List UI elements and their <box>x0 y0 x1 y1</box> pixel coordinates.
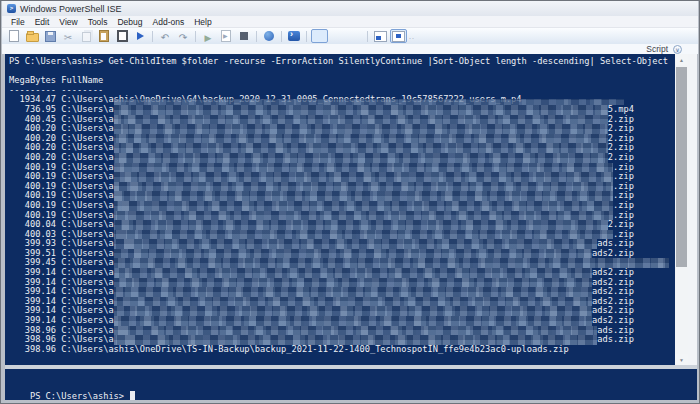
title-bar: > Windows PowerShell ISE <box>2 1 698 16</box>
row-fullname-suffix: ads.zip <box>597 325 634 335</box>
row-fullname-prefix: C:\Users\a <box>61 162 113 172</box>
row-megabytes: 399.14 <box>9 296 61 306</box>
row-fullname-prefix: C:\Users\a <box>61 219 113 229</box>
vertical-scrollbar[interactable]: ▲ ▼ <box>675 54 688 365</box>
row-megabytes: 400.19 <box>9 171 61 181</box>
console-blank-line <box>9 67 675 77</box>
redaction-mosaic <box>114 297 592 307</box>
redaction-mosaic <box>114 316 592 326</box>
ps-button[interactable] <box>286 29 303 43</box>
row-fullname-suffix: 2.zip <box>608 133 634 143</box>
row-fullname-suffix: .zip <box>613 181 634 191</box>
row-megabytes: 399.14 <box>9 277 61 287</box>
chevron-down-icon[interactable]: ∨ <box>673 45 682 54</box>
row-fullname-prefix: C:\Users\a <box>61 325 113 335</box>
scrollbar-thumb[interactable] <box>676 67 687 267</box>
cut-icon <box>64 27 72 45</box>
paste-button[interactable] <box>96 29 113 43</box>
open-folder-button[interactable] <box>24 29 41 43</box>
save-icon <box>45 31 56 42</box>
row-fullname-prefix: C:\Users\a <box>61 305 113 315</box>
redaction-mosaic <box>114 278 592 288</box>
row-megabytes: 400.19 <box>9 190 61 200</box>
clear-console-button[interactable] <box>114 29 131 43</box>
menu-debug[interactable]: Debug <box>112 17 147 27</box>
redo-icon <box>179 27 187 45</box>
run-selection-button[interactable] <box>218 29 235 43</box>
redo-button[interactable] <box>175 29 192 43</box>
undo-button[interactable] <box>157 29 174 43</box>
new-file-button[interactable] <box>6 29 23 43</box>
row-megabytes: 400.20 <box>9 142 61 152</box>
menu-view[interactable]: View <box>54 17 82 27</box>
row-fullname-prefix: C:\Users\a <box>61 296 113 306</box>
scroll-up-icon[interactable]: ▲ <box>675 54 688 65</box>
row-megabytes: 400.45 <box>9 114 61 124</box>
toolbar: .. <box>2 28 698 44</box>
row-fullname-prefix: C:\Users\a <box>61 123 113 133</box>
row-fullname-suffix: 2.zip <box>608 219 634 229</box>
save-button[interactable] <box>42 29 59 43</box>
table-header: MegaBytes FullName <box>9 76 675 86</box>
redaction-mosaic <box>114 153 608 163</box>
menu-help[interactable]: Help <box>189 17 216 27</box>
cut-button[interactable] <box>60 29 77 43</box>
row-megabytes: 400.19 <box>9 210 61 220</box>
copy-icon <box>82 32 91 42</box>
row-fullname: C:\Users\ashis\OneDrive\TS-IN-Backup\bac… <box>61 344 568 354</box>
row-fullname-suffix: ads2.zip <box>592 248 634 258</box>
menu-tools[interactable]: Tools <box>83 17 113 27</box>
redaction-mosaic <box>114 258 669 268</box>
addon2-button[interactable] <box>390 29 407 43</box>
pane-max-button[interactable] <box>347 29 364 43</box>
stop-button[interactable] <box>236 29 253 43</box>
row-fullname-suffix: ads2.zip <box>592 305 634 315</box>
row-fullname-suffix: 2.zip <box>608 123 634 133</box>
toolbar-separator <box>256 31 257 42</box>
script-arrow-icon <box>137 32 144 40</box>
row-megabytes: 398.96 <box>9 325 61 335</box>
redaction-mosaic <box>114 172 613 182</box>
run-button[interactable] <box>200 29 217 43</box>
row-megabytes: 400.04 <box>9 219 61 229</box>
remote-button[interactable] <box>261 29 278 43</box>
row-megabytes: 399.45 <box>9 257 61 267</box>
console-output-pane[interactable]: PS C:\Users\ashis> Get-ChildItem $folder… <box>5 54 675 365</box>
menu-file[interactable]: File <box>6 17 30 27</box>
script-pane-label[interactable]: Script <box>646 44 668 54</box>
pane-top-button[interactable] <box>311 29 328 43</box>
scroll-down-icon[interactable]: ▼ <box>675 354 688 365</box>
paste-icon <box>99 30 109 42</box>
addon-button[interactable] <box>372 29 389 43</box>
row-fullname-prefix: C:\Users\a <box>61 286 113 296</box>
row-fullname-suffix: ads2.zip <box>592 286 634 296</box>
row-megabytes: 399.14 <box>9 286 61 296</box>
redaction-mosaic <box>114 201 613 211</box>
copy-button[interactable] <box>78 29 95 43</box>
row-fullname-prefix: C:\Users\a <box>61 133 113 143</box>
script-pane-collapsed-band: Script ∨ <box>2 44 698 54</box>
row-megabytes: 398.96 <box>9 334 61 344</box>
redaction-mosaic <box>114 230 613 240</box>
menu-addons[interactable]: Add-ons <box>148 17 190 27</box>
row-fullname-suffix: ads.zip <box>597 238 634 248</box>
toolbar-overflow-icon[interactable]: .. <box>409 33 415 40</box>
redaction-mosaic <box>114 239 598 249</box>
redaction-mosaic <box>114 115 608 125</box>
stop-icon <box>240 32 248 40</box>
row-fullname-prefix: C:\Users\a <box>61 190 113 200</box>
row-fullname-suffix: .zip <box>613 162 634 172</box>
row-megabytes: 400.20 <box>9 152 61 162</box>
pane-right-button[interactable] <box>329 29 346 43</box>
toolbar-separator <box>281 31 282 42</box>
powershell-ise-window: > Windows PowerShell ISE FileEditViewToo… <box>0 0 700 404</box>
row-fullname-suffix: .zip <box>613 210 634 220</box>
redaction-mosaic <box>114 143 608 153</box>
row-fullname-suffix: .zip <box>613 229 634 239</box>
row-megabytes: 399.51 <box>9 248 61 258</box>
menu-edit[interactable]: Edit <box>30 17 55 27</box>
row-fullname-suffix: .zip <box>613 200 634 210</box>
menu-bar: FileEditViewToolsDebugAdd-onsHelp <box>2 16 698 28</box>
command-input-pane[interactable]: PS C:\Users\ashis> <box>5 369 697 400</box>
script-arrow-button[interactable] <box>132 29 149 43</box>
